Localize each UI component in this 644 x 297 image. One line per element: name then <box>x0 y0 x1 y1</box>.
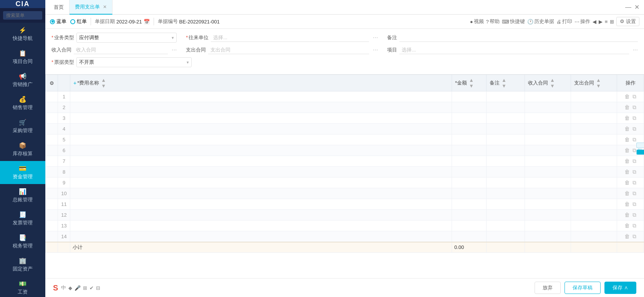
discard-button[interactable]: 放弃 <box>535 282 561 294</box>
cell-amount-5[interactable] <box>452 134 487 145</box>
tab-home[interactable]: 首页 <box>48 0 70 15</box>
sidebar-item-inventory[interactable]: 📦库存核算 <box>0 138 45 161</box>
cell-note-13[interactable] <box>487 221 525 231</box>
icon-check[interactable]: ✔ <box>89 285 94 291</box>
nav-prev-btn[interactable]: ◀ <box>593 19 596 25</box>
cell-name-1[interactable] <box>70 91 452 102</box>
copy-icon-7[interactable]: ⧉ <box>632 158 636 164</box>
project-dots[interactable]: ··· <box>633 46 638 53</box>
copy-icon-4[interactable]: ⧉ <box>632 126 636 132</box>
cell-income-4[interactable] <box>525 124 571 134</box>
cell-amount-14[interactable] <box>452 231 487 242</box>
cell-expense-12[interactable] <box>571 210 617 221</box>
cell-income-6[interactable] <box>525 145 571 156</box>
cell-name-5[interactable] <box>70 134 452 145</box>
sidebar-item-capital[interactable]: 💳资金管理 <box>0 161 45 184</box>
cell-name-3[interactable] <box>70 113 452 124</box>
log-tab[interactable]: 日 <box>636 149 644 155</box>
cell-expense-1[interactable] <box>571 91 617 102</box>
cell-amount-3[interactable] <box>452 113 487 124</box>
cell-name-8[interactable] <box>70 167 452 178</box>
cell-income-1[interactable] <box>525 91 571 102</box>
sidebar-item-sales[interactable]: 💰销售管理 <box>0 92 45 115</box>
copy-icon-5[interactable]: ⧉ <box>632 136 636 143</box>
search-input[interactable] <box>3 11 42 20</box>
delete-icon-10[interactable]: 🗑 <box>624 190 630 196</box>
cell-expense-2[interactable] <box>571 102 617 113</box>
delete-icon-8[interactable]: 🗑 <box>624 169 630 175</box>
cell-amount-2[interactable] <box>452 102 487 113</box>
copy-icon-10[interactable]: ⧉ <box>632 190 636 196</box>
cell-amount-6[interactable] <box>452 145 487 156</box>
copy-icon-1[interactable]: ⧉ <box>632 93 636 100</box>
minimize-button[interactable]: — <box>625 4 631 11</box>
expense-contract-input[interactable] <box>208 46 369 54</box>
sidebar-item-accounting[interactable]: 📊总账管理 <box>0 184 45 207</box>
cell-amount-7[interactable] <box>452 156 487 167</box>
cell-name-11[interactable] <box>70 199 452 210</box>
cell-expense-7[interactable] <box>571 156 617 167</box>
tab-close-icon[interactable]: ✕ <box>103 4 107 10</box>
delete-icon-3[interactable]: 🗑 <box>624 115 630 121</box>
cell-income-14[interactable] <box>525 231 571 242</box>
partner-dots[interactable]: ··· <box>373 34 378 41</box>
calendar-icon[interactable]: 📅 <box>144 19 150 25</box>
cell-income-3[interactable] <box>525 113 571 124</box>
cell-note-2[interactable] <box>487 102 525 113</box>
cell-expense-4[interactable] <box>571 124 617 134</box>
cell-name-6[interactable] <box>70 145 452 156</box>
sidebar-item-project-contract[interactable]: 📋项目合同 <box>0 46 45 69</box>
cell-income-11[interactable] <box>525 199 571 210</box>
cell-name-2[interactable] <box>70 102 452 113</box>
delete-icon-4[interactable]: 🗑 <box>624 126 630 132</box>
sidebar-item-marketing[interactable]: 📢营销推广 <box>0 69 45 92</box>
income-contract-dots[interactable]: ··· <box>172 46 177 53</box>
cell-note-7[interactable] <box>487 156 525 167</box>
view-grid-btn[interactable]: ⊞ <box>610 19 614 25</box>
delete-icon-14[interactable]: 🗑 <box>624 233 630 239</box>
cell-income-10[interactable] <box>525 188 571 199</box>
cell-income-9[interactable] <box>525 178 571 188</box>
cell-amount-4[interactable] <box>452 124 487 134</box>
operations-btn[interactable]: ⋯ 操作 <box>574 18 590 25</box>
icon-zhong[interactable]: 中 <box>61 284 66 291</box>
delete-icon-12[interactable]: 🗑 <box>624 212 630 218</box>
cell-note-9[interactable] <box>487 178 525 188</box>
attachment-tab[interactable]: 附 <box>636 143 644 148</box>
cell-expense-11[interactable] <box>571 199 617 210</box>
income-contract-input[interactable] <box>74 46 168 54</box>
icon-minus[interactable]: ⊟ <box>96 285 100 291</box>
th-gear[interactable]: ⚙ <box>46 75 58 91</box>
expense-contract-dots[interactable]: ··· <box>373 46 378 53</box>
cell-name-9[interactable] <box>70 178 452 188</box>
sidebar-item-invoice[interactable]: 🧾发票管理 <box>0 207 45 230</box>
cell-expense-14[interactable] <box>571 231 617 242</box>
icon-diamond[interactable]: ◆ <box>68 285 72 291</box>
view-list-btn[interactable]: ≡ <box>605 19 608 25</box>
history-btn[interactable]: 🕐 历史单据 <box>527 18 554 25</box>
cell-note-11[interactable] <box>487 199 525 210</box>
video-btn[interactable]: ● 视频 <box>470 18 484 25</box>
sidebar-item-tax[interactable]: 📑税务管理 <box>0 230 45 253</box>
copy-icon-12[interactable]: ⧉ <box>632 212 636 218</box>
cell-amount-1[interactable] <box>452 91 487 102</box>
remark-input[interactable] <box>399 33 638 42</box>
cell-note-3[interactable] <box>487 113 525 124</box>
copy-icon-14[interactable]: ⧉ <box>632 233 636 239</box>
cell-note-5[interactable] <box>487 134 525 145</box>
cell-name-10[interactable] <box>70 188 452 199</box>
th-name[interactable]: + *费用名称 ▲▼ <box>70 75 452 91</box>
cell-expense-13[interactable] <box>571 221 617 231</box>
cell-expense-3[interactable] <box>571 113 617 124</box>
cell-note-8[interactable] <box>487 167 525 178</box>
th-income[interactable]: 收入合同 ▲▼ <box>525 75 571 91</box>
delete-icon-2[interactable]: 🗑 <box>624 104 630 110</box>
cell-expense-10[interactable] <box>571 188 617 199</box>
delete-icon-6[interactable]: 🗑 <box>624 147 630 153</box>
print-btn[interactable]: 🖨 打印 <box>556 18 572 25</box>
cell-expense-6[interactable] <box>571 145 617 156</box>
project-input[interactable] <box>399 46 629 54</box>
copy-icon-8[interactable]: ⧉ <box>632 169 636 175</box>
cell-note-4[interactable] <box>487 124 525 134</box>
cell-income-13[interactable] <box>525 221 571 231</box>
